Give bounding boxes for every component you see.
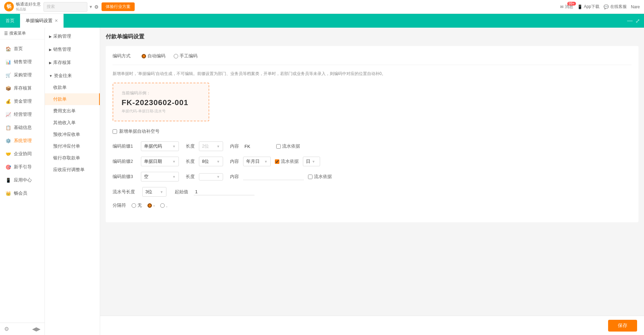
prefix2-label: 编码前缀2 xyxy=(113,158,137,165)
save-button[interactable]: 保存 xyxy=(608,320,637,332)
tab-home[interactable]: 首页 xyxy=(0,14,20,28)
manual-encoding-radio[interactable]: 手工编码 xyxy=(174,53,198,59)
sidebar-home-label: 首页 xyxy=(14,46,23,52)
prefix1-stream-checkbox[interactable]: 流水依据 xyxy=(276,143,300,149)
sidebar-item-purchase[interactable]: 🛒 采购管理 xyxy=(0,68,45,82)
inventory-icon: 📦 xyxy=(6,85,11,91)
prefix1-length-caret-icon: ▼ xyxy=(217,145,220,148)
sidebar-item-home[interactable]: 🏠 首页 xyxy=(0,42,45,55)
sidebar-item-appcenter[interactable]: 📱 应用中心 xyxy=(0,174,45,187)
sep-dash-input[interactable] xyxy=(147,203,152,208)
prefix1-content-value: FK xyxy=(244,144,272,149)
sub-item-receipt[interactable]: 收款单 xyxy=(45,82,100,93)
prefix2-stream-unit-select[interactable]: 日 ▼ xyxy=(303,157,320,166)
sep-dash-radio[interactable]: - xyxy=(147,203,155,208)
top-bar-actions: ✉ 消息 99+ 📱 App下载 💬 在线客服 Nare xyxy=(560,4,640,10)
sidebar-item-member[interactable]: 👑 畅会员 xyxy=(0,187,45,200)
prefix3-content-input[interactable] xyxy=(243,173,304,180)
sub-group-inventory-title[interactable]: ▶ 库存核算 xyxy=(45,57,100,68)
sidebar-item-inventory[interactable]: 📦 库存核算 xyxy=(0,82,45,95)
sep-dot-input[interactable] xyxy=(160,203,165,208)
sidebar-purchase-label: 采购管理 xyxy=(14,72,32,78)
sidebar-nav: 🏠 首页 📊 销售管理 🛒 采购管理 📦 库存核算 💰 资金管理 📈 经 xyxy=(0,39,45,323)
sub-group-purchase-title[interactable]: ▶ 采购管理 xyxy=(45,30,100,42)
sub-item-prepay-receivable-label: 预收冲应收单 xyxy=(53,132,80,137)
sidebar-item-system[interactable]: ⚙️ 系统管理 xyxy=(0,134,45,147)
top-bar: 畅 畅通道好生意 拓品版 搜索 ▼ ⚙ 体验行业方案 ✉ 消息 99+ 📱 Ap… xyxy=(0,0,644,14)
prefix3-length-caret-icon: ▼ xyxy=(217,175,220,179)
sep-none-radio[interactable]: 无 xyxy=(132,202,142,208)
nav-tabs-controls: — ⤢ xyxy=(627,18,644,24)
sub-item-payment[interactable]: 付款单 xyxy=(45,93,100,105)
bottom-bar: 保存 xyxy=(100,316,644,335)
trial-btn[interactable]: 体验行业方案 xyxy=(102,2,135,11)
settings-icon[interactable]: ⚙ xyxy=(94,4,99,10)
sep-none-input[interactable] xyxy=(132,203,136,208)
prefix1-length-select[interactable]: 2位 ▼ xyxy=(199,141,223,151)
service-area[interactable]: 💬 在线客服 xyxy=(604,4,627,10)
prefix3-stream-checkbox[interactable]: 流水依据 xyxy=(308,174,332,180)
prefix2-length-caret-icon: ▼ xyxy=(217,160,220,164)
logo-text-block: 畅通道好生意 拓品版 xyxy=(16,2,41,11)
prefix2-stream-checkbox[interactable]: 流水依据 xyxy=(275,158,299,165)
sep-dot-label: . xyxy=(166,203,167,208)
prefix2-stream-caret-icon: ▼ xyxy=(312,160,315,164)
sub-sidebar: ▶ 采购管理 ▶ 销售管理 ▶ 库存核算 ▼ 资金往来 收款单 xyxy=(45,28,100,335)
tab-encoding[interactable]: 单据编码设置 ✕ xyxy=(20,14,64,28)
app-icon: 📱 xyxy=(577,4,583,9)
sub-item-payment-label: 付款单 xyxy=(53,96,67,102)
sub-item-ap-adjust[interactable]: 应收应付调整单 xyxy=(45,164,100,176)
prefix2-select[interactable]: 单据日期 ▼ xyxy=(141,157,179,166)
sidebar-item-operations[interactable]: 📈 经营管理 xyxy=(0,108,45,121)
prefix3-select[interactable]: 空 ▼ xyxy=(141,172,179,182)
preview-label: 当前编码示例： xyxy=(122,90,200,96)
nav-maximize-icon[interactable]: ⤢ xyxy=(635,18,640,24)
basic-icon: 📋 xyxy=(6,125,11,130)
sub-group-finance-title[interactable]: ▼ 资金往来 xyxy=(45,70,100,82)
new-bill-checkbox[interactable] xyxy=(113,129,117,134)
prefix1-stream-input[interactable] xyxy=(276,144,281,149)
sidebar-item-finance[interactable]: 💰 资金管理 xyxy=(0,95,45,108)
page-title: 付款单编码设置 xyxy=(106,33,638,40)
sidebar-settings-icon[interactable]: ⚙ xyxy=(4,326,9,332)
user-info[interactable]: Nare xyxy=(631,4,640,9)
serial-length-select[interactable]: 3位 ▼ xyxy=(142,187,166,197)
sidebar-item-basic[interactable]: 📋 基础信息 xyxy=(0,121,45,134)
top-search-placeholder: 搜索 xyxy=(47,4,55,10)
message-icon-area[interactable]: ✉ 消息 99+ xyxy=(560,4,573,10)
prefix3-stream-input[interactable] xyxy=(308,175,313,179)
dropdown-chevron-icon[interactable]: ▼ xyxy=(89,4,93,9)
home-icon: 🏠 xyxy=(6,46,11,52)
sub-item-prepay-payable[interactable]: 预付冲应付单 xyxy=(45,140,100,152)
auto-encoding-input[interactable] xyxy=(142,54,146,58)
manual-encoding-input[interactable] xyxy=(174,54,178,58)
tab-encoding-close[interactable]: ✕ xyxy=(55,18,58,23)
sidebar-item-cooperation[interactable]: 🤝 企业协同 xyxy=(0,147,45,160)
sub-item-expense[interactable]: 费用支出单 xyxy=(45,105,100,117)
prefix2-stream-label: 流水依据 xyxy=(281,158,299,165)
sub-group-sales-title[interactable]: ▶ 销售管理 xyxy=(45,44,100,55)
prefix2-length-select[interactable]: 8位 ▼ xyxy=(199,157,223,166)
sidebar-item-guide[interactable]: 🎯 新手引导 xyxy=(0,160,45,174)
nav-minimize-icon[interactable]: — xyxy=(627,18,633,24)
prefix2-stream-input[interactable] xyxy=(275,159,279,164)
auto-encoding-radio[interactable]: 自动编码 xyxy=(142,53,165,59)
top-search-box[interactable]: 搜索 xyxy=(44,2,87,12)
sub-item-other-income[interactable]: 其他收入单 xyxy=(45,117,100,129)
serial-start-input[interactable] xyxy=(194,188,254,195)
prefix3-length-select[interactable]: ▼ xyxy=(199,173,223,180)
prefix1-select[interactable]: 单据代码 ▼ xyxy=(141,141,179,151)
left-sidebar: ☰ 搜索菜单 🏠 首页 📊 销售管理 🛒 采购管理 📦 库存核算 💰 资 xyxy=(0,28,45,335)
sub-item-prepay-receivable[interactable]: 预收冲应收单 xyxy=(45,129,100,140)
sub-item-bank-deposit[interactable]: 银行存取款单 xyxy=(45,152,100,164)
sidebar-collapse-icon[interactable]: ◀▶ xyxy=(32,326,40,332)
logo-icon: 畅 xyxy=(4,2,14,11)
prefix3-row: 编码前缀3 空 ▼ 长度 ▼ 内容 流水依据 xyxy=(113,172,632,182)
sidebar-item-sales[interactable]: 📊 销售管理 xyxy=(0,55,45,68)
sub-item-other-income-label: 其他收入单 xyxy=(53,120,76,125)
sep-dot-radio[interactable]: . xyxy=(160,203,167,208)
search-menu-area[interactable]: ☰ 搜索菜单 xyxy=(0,28,45,39)
app-download-area[interactable]: 📱 App下载 xyxy=(577,4,599,10)
sub-group-sales: ▶ 销售管理 xyxy=(45,44,100,55)
prefix2-content-select[interactable]: 年月日 ▼ xyxy=(243,157,271,166)
